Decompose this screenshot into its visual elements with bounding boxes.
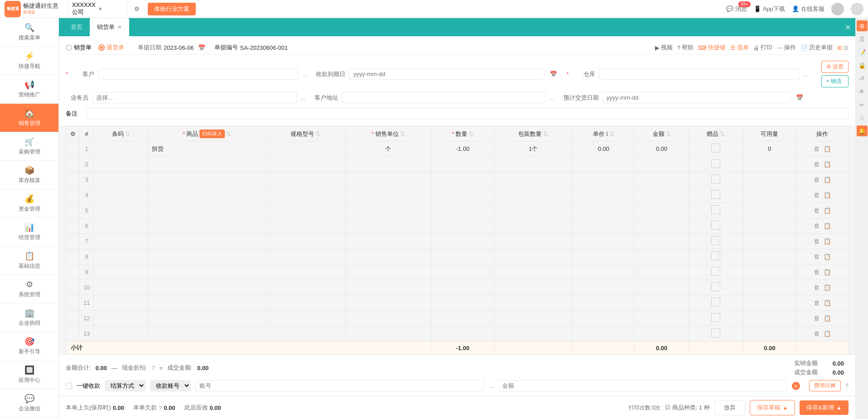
row-gift[interactable] bbox=[689, 218, 743, 234]
row-unit[interactable] bbox=[345, 203, 432, 218]
row-unit[interactable] bbox=[345, 249, 432, 265]
account-number-input[interactable] bbox=[195, 380, 484, 391]
row-amount[interactable] bbox=[635, 203, 689, 218]
print-btn[interactable]: 🖨 打印 bbox=[753, 43, 772, 52]
warehouse-more-icon[interactable]: ... bbox=[803, 71, 808, 77]
row-barcode[interactable] bbox=[94, 234, 148, 249]
sidebar-item-basic[interactable]: 📋 基础信息 bbox=[0, 246, 58, 275]
row-gift[interactable] bbox=[689, 326, 743, 342]
salesperson-more-icon[interactable]: ... bbox=[301, 94, 305, 101]
history-btn[interactable]: 📄 历史单据 bbox=[800, 43, 833, 52]
tab-home[interactable]: 首页 bbox=[63, 18, 90, 36]
sidebar-item-search[interactable]: 🔍 搜索菜单 bbox=[0, 18, 58, 47]
row-barcode[interactable] bbox=[94, 141, 148, 157]
row-product[interactable] bbox=[148, 249, 266, 265]
app-download-button[interactable]: 📱 App下载 bbox=[754, 5, 785, 13]
operation-btn[interactable]: ⋯ 操作 bbox=[777, 43, 796, 52]
row-unit[interactable] bbox=[345, 265, 432, 280]
row-pack-qty[interactable] bbox=[494, 157, 572, 172]
row-qty[interactable] bbox=[432, 218, 494, 234]
row-product[interactable] bbox=[148, 311, 266, 326]
row-product[interactable] bbox=[148, 295, 266, 311]
row-barcode[interactable] bbox=[94, 265, 148, 280]
row-amount[interactable] bbox=[635, 234, 689, 249]
right-edit-icon[interactable]: ✏ bbox=[857, 99, 868, 110]
row-amount[interactable] bbox=[635, 218, 689, 234]
row-spec[interactable] bbox=[266, 218, 345, 234]
row-amount[interactable] bbox=[635, 326, 689, 342]
row-delete-icon[interactable]: 🗑 bbox=[814, 284, 820, 291]
row-price[interactable] bbox=[572, 295, 634, 311]
row-price[interactable]: 0.00 bbox=[572, 141, 634, 157]
row-price[interactable] bbox=[572, 157, 634, 172]
row-barcode[interactable] bbox=[94, 188, 148, 203]
row-gift[interactable] bbox=[689, 280, 743, 295]
row-product[interactable] bbox=[148, 188, 266, 203]
list-view-icon[interactable]: ⊟ bbox=[844, 44, 849, 51]
gift-checkbox[interactable] bbox=[711, 236, 720, 245]
expense-help-icon[interactable]: ? bbox=[845, 382, 849, 389]
row-spec[interactable] bbox=[266, 203, 345, 218]
th-spec[interactable]: 规格型号 ⇅ bbox=[266, 127, 345, 141]
row-spec[interactable] bbox=[266, 141, 345, 157]
row-price[interactable] bbox=[572, 203, 634, 218]
row-delete-icon[interactable]: 🗑 bbox=[814, 315, 820, 322]
row-pack-qty[interactable] bbox=[494, 265, 572, 280]
row-copy-icon[interactable]: 📋 bbox=[824, 299, 831, 306]
row-delete-icon[interactable]: 🗑 bbox=[814, 176, 820, 183]
row-qty[interactable] bbox=[432, 234, 494, 249]
row-copy-icon[interactable]: 📋 bbox=[824, 238, 831, 245]
abandon-button[interactable]: 放弃 bbox=[714, 400, 745, 415]
row-spec[interactable] bbox=[266, 249, 345, 265]
row-spec[interactable] bbox=[266, 234, 345, 249]
row-copy-icon[interactable]: 📋 bbox=[824, 330, 831, 337]
row-pack-qty[interactable] bbox=[494, 172, 572, 188]
sidebar-item-apps[interactable]: 🔲 应用中心 bbox=[0, 361, 58, 389]
address-more-icon[interactable]: ... bbox=[549, 94, 554, 101]
th-gift[interactable]: 赠品 ⇅ bbox=[689, 127, 743, 141]
company-selector[interactable]: XXXXXX公司 ▾ bbox=[68, 0, 127, 18]
row-delete-icon[interactable]: 🗑 bbox=[814, 161, 820, 168]
row-spec[interactable] bbox=[266, 172, 345, 188]
due-date-calendar-icon[interactable]: 📅 bbox=[550, 71, 557, 77]
tab-close-icon[interactable]: ✕ bbox=[117, 24, 122, 30]
add-payment-button[interactable]: + bbox=[792, 382, 800, 390]
row-qty[interactable] bbox=[432, 188, 494, 203]
row-product[interactable] bbox=[148, 172, 266, 188]
gift-checkbox[interactable] bbox=[711, 251, 720, 260]
row-amount[interactable] bbox=[635, 280, 689, 295]
row-spec[interactable] bbox=[266, 265, 345, 280]
row-delete-icon[interactable]: 🗑 bbox=[814, 192, 820, 198]
row-product[interactable]: 拆货 bbox=[148, 141, 266, 157]
row-delete-icon[interactable]: 🗑 bbox=[814, 145, 820, 152]
salesperson-input[interactable] bbox=[92, 92, 297, 103]
gift-checkbox[interactable] bbox=[711, 313, 720, 322]
warehouse-input[interactable]: 建材仓 bbox=[599, 68, 799, 80]
right-grid-view-icon[interactable]: ⊞ bbox=[857, 20, 868, 31]
row-amount[interactable] bbox=[635, 265, 689, 280]
right-eye-icon[interactable]: 👁 bbox=[857, 86, 868, 97]
sidebar-item-quick-nav[interactable]: ⚡ 快捷导航 bbox=[0, 47, 58, 75]
user-avatar-2[interactable] bbox=[851, 3, 863, 15]
row-qty[interactable]: -1.00 bbox=[432, 141, 494, 157]
due-date-input[interactable] bbox=[349, 68, 544, 80]
row-gift[interactable] bbox=[689, 188, 743, 203]
row-product[interactable] bbox=[148, 326, 266, 342]
row-amount[interactable] bbox=[635, 172, 689, 188]
row-spec[interactable] bbox=[266, 280, 345, 295]
row-spec[interactable] bbox=[266, 188, 345, 203]
sidebar-item-enterprise[interactable]: 🏢 企业协同 bbox=[0, 303, 58, 332]
shortcut-btn[interactable]: ⌨ 快捷键 bbox=[698, 43, 726, 52]
row-price[interactable] bbox=[572, 234, 634, 249]
row-amount[interactable] bbox=[635, 311, 689, 326]
th-barcode[interactable]: 条码 ⇅ bbox=[94, 127, 148, 141]
gift-checkbox[interactable] bbox=[711, 298, 720, 307]
row-barcode[interactable] bbox=[94, 157, 148, 172]
row-product[interactable] bbox=[148, 265, 266, 280]
customer-address-input[interactable] bbox=[342, 92, 546, 103]
row-barcode[interactable] bbox=[94, 172, 148, 188]
logistics-button[interactable]: + 物流 bbox=[821, 75, 849, 87]
sidebar-item-system[interactable]: ⚙ 系统管理 bbox=[0, 275, 58, 303]
right-list-view-icon[interactable]: ☰ bbox=[857, 34, 868, 44]
gift-checkbox[interactable] bbox=[711, 328, 720, 337]
